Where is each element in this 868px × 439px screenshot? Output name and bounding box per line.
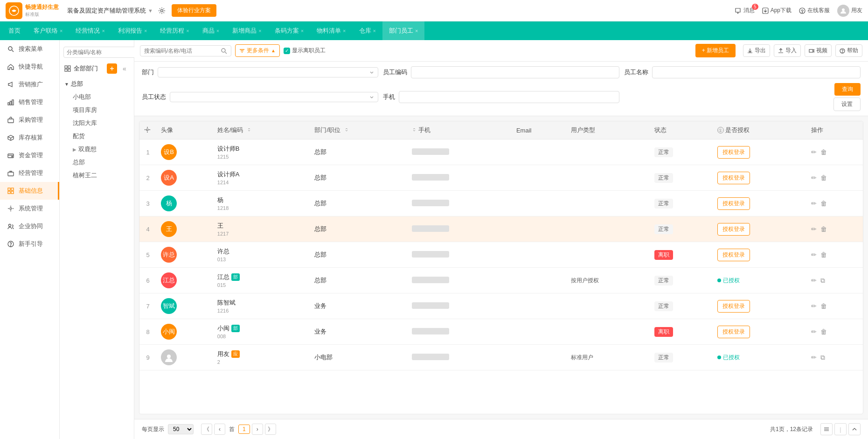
- trial-button[interactable]: 体验行业方案: [172, 4, 216, 17]
- page-first-button[interactable]: 《: [201, 424, 212, 435]
- delete-icon[interactable]: 🗑: [820, 200, 827, 207]
- sidebar-item-search[interactable]: 搜索菜单: [0, 40, 59, 58]
- dept-add-icon[interactable]: [107, 63, 117, 74]
- page-next-button[interactable]: ›: [252, 424, 263, 435]
- tab-new-goods[interactable]: 新增商品 ×: [226, 21, 268, 40]
- sidebar-item-collab[interactable]: 企业协同: [0, 217, 59, 235]
- tab-close-icon[interactable]: ×: [186, 28, 189, 34]
- show-resigned-checkbox[interactable]: ✓ 显示离职员工: [284, 47, 326, 55]
- tab-dept-employee[interactable]: 部门员工 ×: [382, 21, 424, 40]
- auth-button[interactable]: 授权登录: [717, 172, 750, 184]
- tab-warehouse[interactable]: 仓库 ×: [353, 21, 382, 40]
- tab-close-icon[interactable]: ×: [343, 28, 346, 34]
- tab-customer[interactable]: 客户联络 ×: [27, 21, 69, 40]
- edit-icon[interactable]: ✏: [811, 251, 817, 258]
- online-service-button[interactable]: 在线客服: [799, 7, 830, 14]
- tab-goods[interactable]: 商品 ×: [196, 21, 226, 40]
- emp-name-input[interactable]: [652, 66, 861, 78]
- dropdown-arrow-icon[interactable]: ▼: [148, 8, 153, 14]
- message-button[interactable]: 消息 5: [734, 7, 755, 14]
- dept-node-project[interactable]: 项目库房: [60, 104, 134, 117]
- query-button[interactable]: 查询: [834, 83, 861, 96]
- dept-node-headquarter[interactable]: 总部: [60, 156, 134, 169]
- dept-node-root[interactable]: ▼ 总部: [60, 77, 134, 91]
- th-dept-pos[interactable]: 部门/职位: [310, 121, 407, 139]
- copy-icon[interactable]: ⧉: [820, 277, 825, 285]
- tab-barcode[interactable]: 条码方案 ×: [268, 21, 310, 40]
- tab-close-icon[interactable]: ×: [301, 28, 304, 34]
- auth-button[interactable]: 授权登录: [717, 249, 750, 261]
- dept-select[interactable]: [158, 67, 378, 77]
- edit-icon[interactable]: ✏: [811, 148, 817, 156]
- sidebar-item-purchase[interactable]: 采购管理: [0, 111, 59, 129]
- delete-icon[interactable]: 🗑: [820, 251, 827, 258]
- reset-button[interactable]: 设置: [833, 98, 861, 111]
- dept-node-small-elec[interactable]: 小电部: [60, 91, 134, 104]
- tab-close-icon[interactable]: ×: [60, 28, 62, 34]
- auth-button[interactable]: 授权登录: [717, 326, 750, 338]
- phone-input[interactable]: [399, 91, 619, 103]
- edit-icon[interactable]: ✏: [811, 277, 817, 284]
- export-button[interactable]: 导出: [743, 44, 770, 57]
- delete-icon[interactable]: 🗑: [820, 328, 827, 335]
- tab-close-icon[interactable]: ×: [258, 28, 261, 34]
- help-button[interactable]: 帮助: [835, 44, 862, 57]
- dept-node-plant[interactable]: 植树王二: [60, 169, 134, 182]
- sidebar-item-guide[interactable]: 新手引导: [0, 235, 59, 253]
- auth-button[interactable]: 授权登录: [717, 197, 750, 210]
- emp-code-input[interactable]: [411, 66, 619, 78]
- page-size-select[interactable]: 50 20 100: [168, 424, 194, 434]
- sidebar-item-system[interactable]: 系统管理: [0, 200, 59, 217]
- sidebar-item-inventory[interactable]: 库存核算: [0, 129, 59, 146]
- th-name-code[interactable]: 姓名/编码: [213, 121, 310, 139]
- view-button[interactable]: 视频: [805, 44, 832, 57]
- delete-icon[interactable]: 🗑: [820, 302, 827, 310]
- sidebar-item-sales[interactable]: 销售管理: [0, 93, 59, 111]
- edit-icon[interactable]: ✏: [811, 302, 817, 310]
- page-prev-button[interactable]: ‹: [214, 424, 225, 435]
- tab-profit[interactable]: 利润报告 ×: [111, 21, 153, 40]
- more-filter-button[interactable]: 更多条件 ▲: [235, 44, 280, 57]
- sidebar-item-management[interactable]: 经营管理: [0, 164, 59, 182]
- add-employee-button[interactable]: + 新增员工: [695, 44, 736, 57]
- table-view-button[interactable]: [820, 423, 833, 435]
- app-download-button[interactable]: App下载: [762, 7, 792, 14]
- edit-icon[interactable]: ✏: [811, 354, 817, 361]
- th-phone[interactable]: 手机: [407, 121, 512, 139]
- user-menu[interactable]: 用友: [837, 5, 862, 17]
- tab-close-icon[interactable]: ×: [415, 28, 418, 34]
- tab-bom[interactable]: 物料清单 ×: [310, 21, 352, 40]
- tab-history[interactable]: 经营历程 ×: [153, 21, 195, 40]
- dept-node-shenyang[interactable]: 沈阳大库: [60, 117, 134, 130]
- th-settings[interactable]: [139, 121, 156, 139]
- delete-icon[interactable]: 🗑: [820, 148, 827, 156]
- delete-icon[interactable]: 🗑: [820, 174, 827, 181]
- dept-node-distribution[interactable]: 配货: [60, 130, 134, 143]
- tab-close-icon[interactable]: ×: [102, 28, 104, 34]
- sidebar-item-basic-info[interactable]: 基础信息: [0, 182, 59, 200]
- edit-icon[interactable]: ✏: [811, 174, 817, 181]
- tab-close-icon[interactable]: ×: [373, 28, 376, 34]
- import-button[interactable]: 导入: [774, 44, 801, 57]
- copy-icon[interactable]: ⧉: [820, 354, 825, 362]
- dept-node-shuanglu[interactable]: ▶ 双鹿想: [60, 143, 134, 156]
- sidebar-item-finance[interactable]: 资金管理: [0, 146, 59, 164]
- edit-icon[interactable]: ✏: [811, 200, 817, 207]
- edit-icon[interactable]: ✏: [811, 328, 817, 335]
- tab-home[interactable]: 首页: [2, 21, 27, 40]
- sidebar-item-marketing[interactable]: 营销推广: [0, 76, 59, 93]
- delete-icon[interactable]: 🗑: [820, 225, 827, 233]
- page-current[interactable]: 1: [238, 425, 250, 434]
- auth-button[interactable]: 授权登录: [717, 223, 750, 236]
- tab-close-icon[interactable]: ×: [144, 28, 147, 34]
- edit-view-button[interactable]: [848, 423, 861, 435]
- tab-close-icon[interactable]: ×: [216, 28, 219, 34]
- settings-icon[interactable]: [156, 5, 168, 17]
- auth-button[interactable]: 授权登录: [717, 300, 750, 313]
- dept-search-input[interactable]: [63, 47, 140, 58]
- edit-icon[interactable]: ✏: [811, 225, 817, 233]
- page-last-button[interactable]: 》: [265, 424, 276, 435]
- emp-status-select[interactable]: [170, 92, 378, 102]
- tab-operation[interactable]: 经营情况 ×: [69, 21, 111, 40]
- search-input[interactable]: [144, 48, 219, 54]
